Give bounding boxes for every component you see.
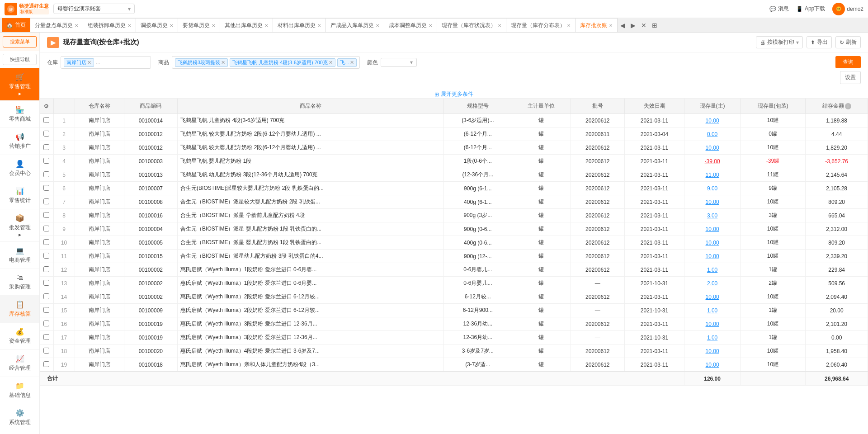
- row-checkbox[interactable]: [43, 117, 49, 123]
- qty-main-link[interactable]: 0.00: [707, 131, 717, 137]
- row-checkbox[interactable]: [43, 185, 49, 191]
- search-menu-btn[interactable]: 搜索菜单: [3, 36, 37, 47]
- qty-main-link[interactable]: 10.00: [706, 348, 719, 354]
- settings-icon[interactable]: ⚙: [44, 103, 49, 109]
- product-input[interactable]: 飞鹤奶粉3段两提装 ✕ 飞鹤星飞帆 儿童奶粉 4段(3-6岁适用) 700克 ✕…: [172, 56, 360, 69]
- export-btn[interactable]: ⬆ 导出: [807, 36, 832, 48]
- tab-nav-right[interactable]: ▶: [628, 18, 638, 33]
- sidebar-item-retail-stat[interactable]: 📊 零售统计: [0, 182, 39, 209]
- product-tag-3-remove[interactable]: ✕: [350, 60, 354, 66]
- tab-transfer-close[interactable]: ✕: [170, 23, 173, 28]
- user-profile[interactable]: 😊 demo2: [832, 3, 863, 15]
- quick-nav-btn[interactable]: 快捷导航: [3, 54, 37, 65]
- tab-borrow[interactable]: 要货单历史 ✕: [178, 18, 220, 33]
- tab-product-in-close[interactable]: ✕: [376, 23, 379, 28]
- warehouse-input[interactable]: 南岸门店 ✕ ...: [61, 56, 151, 69]
- tab-material-out-close[interactable]: ✕: [317, 23, 321, 28]
- tab-split-inventory[interactable]: 分量盘点单历史 ✕: [30, 18, 83, 33]
- row-checkbox[interactable]: [43, 253, 49, 259]
- warehouse-more-dots[interactable]: ...: [96, 59, 100, 66]
- color-input[interactable]: ▾: [381, 58, 417, 67]
- tab-inventory-dist-close[interactable]: ✕: [567, 23, 571, 28]
- settings-btn[interactable]: 设置: [840, 71, 861, 84]
- tab-cost-adjust-close[interactable]: ✕: [429, 23, 432, 28]
- refresh-btn[interactable]: ↻ 刷新: [835, 36, 861, 48]
- row-checkbox[interactable]: [43, 239, 49, 245]
- sidebar-item-retail-mall[interactable]: 🏪 零售商城: [0, 101, 39, 128]
- tab-batch-voucher-close[interactable]: ✕: [609, 23, 613, 28]
- row-checkbox[interactable]: [43, 266, 49, 272]
- qty-main-link[interactable]: 11.00: [706, 172, 719, 178]
- qty-main-link[interactable]: 10.00: [706, 253, 719, 259]
- row-checkbox[interactable]: [43, 144, 49, 150]
- sidebar-item-retail-mgmt[interactable]: 🛒 零售管理 ▶: [0, 68, 39, 101]
- tab-split-inventory-close[interactable]: ✕: [75, 23, 78, 28]
- tab-cost-adjust[interactable]: 成本调整单历史 ✕: [384, 18, 437, 33]
- sidebar-item-purchase[interactable]: 🛍 采购管理: [0, 269, 39, 296]
- tab-home[interactable]: 🏠 首页: [2, 18, 30, 33]
- qty-main-link[interactable]: 10.00: [706, 145, 719, 151]
- row-checkbox[interactable]: [43, 361, 49, 367]
- sidebar-item-operation[interactable]: 📈 经营管理: [0, 350, 39, 377]
- tab-other-out[interactable]: 其他出库单历史 ✕: [220, 18, 273, 33]
- row-checkbox[interactable]: [43, 280, 49, 286]
- qty-main-link[interactable]: 10.00: [706, 362, 719, 368]
- qty-main-link[interactable]: 1.00: [707, 267, 717, 273]
- tab-product-in[interactable]: 产成品入库单历史 ✕: [326, 18, 384, 33]
- qty-main-link[interactable]: 10.00: [706, 118, 719, 124]
- sidebar-item-inventory[interactable]: 📋 库存核算: [0, 296, 39, 323]
- qty-main-link[interactable]: 10.00: [706, 226, 719, 232]
- balance-info-icon[interactable]: i: [845, 103, 851, 109]
- row-checkbox[interactable]: [43, 212, 49, 218]
- qty-main-link[interactable]: 2.00: [707, 280, 717, 287]
- tab-nav-left[interactable]: ◀: [618, 18, 628, 33]
- sidebar-item-member[interactable]: 👤 会员中心: [0, 155, 39, 182]
- sidebar-item-basic[interactable]: 📁 基础信息: [0, 377, 39, 404]
- tab-disassemble[interactable]: 组装拆卸单历史 ✕: [83, 18, 136, 33]
- sidebar-item-enterprise[interactable]: 🤝 企业协同: [0, 431, 39, 434]
- row-checkbox[interactable]: [43, 307, 49, 313]
- tab-inventory-status-close[interactable]: ✕: [498, 23, 501, 28]
- qty-main-link[interactable]: 10.00: [706, 199, 719, 205]
- sidebar-item-finance[interactable]: 💰 资金管理: [0, 323, 39, 350]
- expand-panel-btn[interactable]: ▶: [47, 37, 59, 48]
- tab-other-out-close[interactable]: ✕: [264, 23, 268, 28]
- sidebar-item-wholesale[interactable]: 📦 批发管理 ▶: [0, 209, 39, 242]
- product-tag-1-remove[interactable]: ✕: [221, 60, 225, 66]
- sidebar-item-ecommerce[interactable]: 💻 电商管理: [0, 242, 39, 269]
- qty-main-link[interactable]: 9.00: [707, 185, 717, 192]
- row-checkbox[interactable]: [43, 131, 49, 137]
- tab-inventory-dist[interactable]: 现存量（库存分布表） ✕: [506, 18, 576, 33]
- tab-batch-voucher[interactable]: 库存批次账 ✕: [576, 18, 618, 33]
- row-checkbox[interactable]: [43, 226, 49, 231]
- tab-transfer[interactable]: 调拨单历史 ✕: [136, 18, 178, 33]
- query-btn[interactable]: 查询: [835, 56, 861, 68]
- expand-more-conditions[interactable]: ⊞ 展开更多条件: [40, 90, 868, 98]
- sidebar-item-marketing[interactable]: 📢 营销推广: [0, 128, 39, 155]
- qty-main-link[interactable]: 1.00: [707, 335, 717, 341]
- tab-borrow-close[interactable]: ✕: [212, 23, 215, 28]
- messages-btn[interactable]: 💬 消息: [769, 5, 789, 13]
- qty-main-link[interactable]: 10.00: [706, 321, 719, 327]
- row-checkbox[interactable]: [43, 321, 49, 326]
- tab-material-out[interactable]: 材料出库单历史 ✕: [273, 18, 326, 33]
- company-selector[interactable]: 母婴行业演示账套 ▾: [53, 4, 135, 14]
- row-checkbox[interactable]: [43, 348, 49, 354]
- tab-inventory-status[interactable]: 现存量（库存状况表） ✕: [437, 18, 506, 33]
- warehouse-tag-remove[interactable]: ✕: [87, 60, 91, 66]
- qty-main-link[interactable]: 10.00: [706, 294, 719, 300]
- qty-main-link[interactable]: 1.00: [707, 307, 717, 314]
- tab-close-all[interactable]: ✕: [638, 18, 649, 33]
- qty-main-link[interactable]: -39.00: [705, 158, 720, 165]
- qty-main-link[interactable]: 3.00: [707, 212, 717, 219]
- row-checkbox[interactable]: [43, 334, 49, 340]
- app-download-btn[interactable]: 📱 App下载: [796, 5, 825, 13]
- tab-expand[interactable]: ⊞: [649, 18, 660, 33]
- tab-disassemble-close[interactable]: ✕: [127, 23, 131, 28]
- row-checkbox[interactable]: [43, 293, 49, 299]
- row-checkbox[interactable]: [43, 171, 49, 177]
- row-checkbox[interactable]: [43, 198, 49, 204]
- sidebar-item-system[interactable]: ⚙️ 系统管理: [0, 404, 39, 431]
- template-print-btn[interactable]: 🖨 按模板打印 ▾: [756, 36, 803, 48]
- qty-main-link[interactable]: 10.00: [706, 240, 719, 246]
